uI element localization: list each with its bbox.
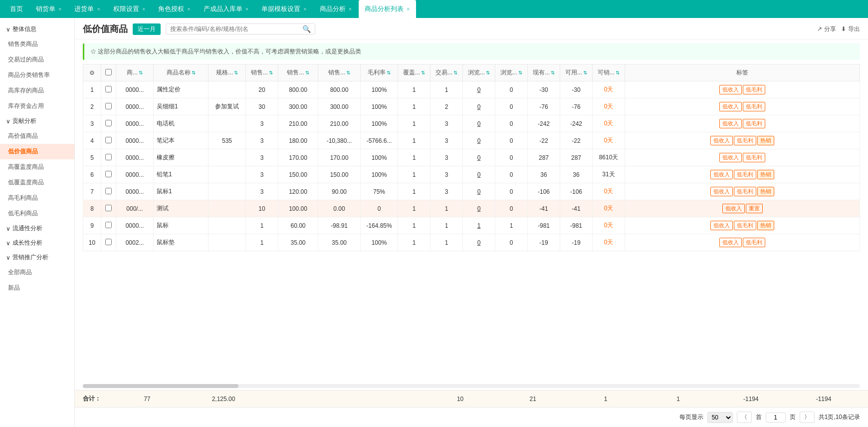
col-stock3-header[interactable]: 可销...⇅ — [593, 64, 625, 81]
row-col7: 300.00 — [278, 98, 318, 115]
col-settings[interactable]: ⚙ — [83, 64, 101, 81]
row-checkbox[interactable] — [101, 166, 116, 183]
view1-value[interactable]: 0 — [477, 137, 481, 144]
row-col12[interactable]: 0 — [463, 183, 495, 200]
page-size-select[interactable]: 50 100 200 — [707, 412, 733, 423]
sidebar-item-category-sales[interactable]: 商品分类销售率 — [0, 67, 74, 83]
view1-value[interactable]: 0 — [477, 120, 481, 127]
col-margin-header[interactable]: 毛利率⇅ — [361, 64, 398, 81]
sidebar-group-overall[interactable]: ∨ 整体信息 — [0, 22, 74, 36]
nav-permission[interactable]: 权限设置 × — [107, 0, 151, 18]
row-col8: 210.00 — [318, 115, 361, 132]
view1-value[interactable]: 0 — [477, 205, 481, 212]
row-code: 0000... — [116, 183, 154, 200]
row-col12[interactable]: 0 — [463, 166, 495, 183]
sidebar-item-sales-goods[interactable]: 销售类商品 — [0, 36, 74, 52]
row-tags: 低收入低毛利 — [625, 81, 860, 98]
row-col8: -10,380... — [318, 132, 361, 149]
row-col12[interactable]: 0 — [463, 98, 495, 115]
view1-value[interactable]: 0 — [477, 154, 481, 161]
row-checkbox[interactable] — [101, 149, 116, 166]
row-col6: 3 — [246, 166, 278, 183]
view1-value[interactable]: 0 — [477, 188, 481, 195]
sidebar-item-low-value[interactable]: 低价值商品 — [0, 144, 74, 159]
nav-goods-list[interactable]: 商品分析列表 × — [359, 0, 416, 18]
col-view1-header[interactable]: 浏览...⇅ — [463, 64, 495, 81]
sidebar-group-growth-label: 成长性分析 — [12, 239, 42, 247]
row-days: 0天 — [593, 81, 625, 98]
col-spec-header[interactable]: 规格...⇅ — [209, 64, 246, 81]
view1-value[interactable]: 0 — [477, 239, 481, 246]
row-checkbox[interactable] — [101, 200, 116, 217]
row-checkbox[interactable] — [101, 234, 116, 251]
row-checkbox[interactable] — [101, 132, 116, 149]
col-view2-header[interactable]: 浏览...⇅ — [495, 64, 528, 81]
col-trade-header[interactable]: 交易...⇅ — [431, 64, 463, 81]
sidebar-group-marketing[interactable]: ∨ 营销推广分析 — [0, 250, 74, 265]
share-button[interactable]: ↗ 分享 — [817, 25, 836, 33]
col-name-header[interactable]: 商品名称⇅ — [154, 64, 209, 81]
row-col12[interactable]: 0 — [463, 132, 495, 149]
alert-text: 这部分商品的销售收入大幅低于商品平均销售收入，价值不高，可考虑调整营销策略，或是… — [98, 48, 361, 55]
col-coverage-header[interactable]: 覆盖...⇅ — [398, 64, 431, 81]
sidebar-item-all-goods[interactable]: 全部商品 — [0, 265, 74, 280]
view1-value[interactable]: 0 — [477, 86, 481, 93]
row-col12[interactable]: 0 — [463, 149, 495, 166]
page-size-label: 每页显示 — [679, 413, 703, 422]
col-checkbox-all[interactable] — [101, 64, 116, 81]
nav-sales[interactable]: 销货单 × — [30, 0, 67, 18]
col-sales1-header[interactable]: 销售...⇅ — [246, 64, 278, 81]
view1-value[interactable]: 1 — [477, 222, 481, 229]
nav-home[interactable]: 首页 — [4, 0, 29, 18]
search-input[interactable] — [170, 25, 300, 32]
arrow-down-icon: ∨ — [6, 26, 10, 33]
scrollbar-thumb[interactable] — [83, 384, 238, 388]
sidebar-group-contribution[interactable]: ∨ 贡献分析 — [0, 114, 74, 128]
sidebar-item-traded[interactable]: 交易过的商品 — [0, 52, 74, 67]
view1-value[interactable]: 0 — [477, 171, 481, 178]
export-button[interactable]: ⬇ 导出 — [841, 25, 860, 33]
sidebar-group-growth[interactable]: ∨ 成长性分析 — [0, 236, 74, 250]
sidebar-item-new-goods[interactable]: 新品 — [0, 280, 74, 296]
row-col12[interactable]: 0 — [463, 115, 495, 132]
col-sales3-header[interactable]: 销售...⇅ — [318, 64, 361, 81]
horizontal-scrollbar[interactable] — [83, 384, 860, 388]
row-checkbox[interactable] — [101, 115, 116, 132]
page-number-input[interactable] — [766, 413, 786, 423]
nav-goods-analysis[interactable]: 商品分析 × — [314, 0, 358, 18]
col-sales2-header[interactable]: 销售...⇅ — [278, 64, 318, 81]
row-col12[interactable]: 0 — [463, 200, 495, 217]
footer-col14: -1194 — [735, 396, 767, 403]
sidebar-item-high-coverage[interactable]: 高覆盖度商品 — [0, 159, 74, 175]
sidebar-item-low-profit[interactable]: 低毛利商品 — [0, 206, 74, 221]
row-checkbox[interactable] — [101, 98, 116, 115]
sidebar-item-high-profit[interactable]: 高毛利商品 — [0, 190, 74, 206]
sidebar-item-high-stock[interactable]: 高库存的商品 — [0, 83, 74, 98]
col-code-header[interactable]: 商...⇅ — [116, 64, 154, 81]
row-no: 7 — [83, 183, 101, 200]
nav-purchase[interactable]: 进货单 × — [68, 0, 106, 18]
col-stock2-header[interactable]: 可用...⇅ — [560, 64, 593, 81]
row-col12[interactable]: 0 — [463, 234, 495, 251]
view1-value[interactable]: 0 — [477, 103, 481, 110]
sidebar-item-stock-capital[interactable]: 库存资金占用 — [0, 98, 74, 114]
row-checkbox[interactable] — [101, 217, 116, 234]
next-page-button[interactable]: 〉 — [800, 412, 815, 423]
sidebar-item-high-value[interactable]: 高价值商品 — [0, 128, 74, 144]
row-col6: 10 — [246, 200, 278, 217]
row-checkbox[interactable] — [101, 183, 116, 200]
row-checkbox[interactable] — [101, 81, 116, 98]
row-col12[interactable]: 0 — [463, 81, 495, 98]
row-col12[interactable]: 1 — [463, 217, 495, 234]
col-stock1-header[interactable]: 现有...⇅ — [528, 64, 560, 81]
sidebar-group-flow[interactable]: ∨ 流通性分析 — [0, 221, 74, 236]
nav-template[interactable]: 单据模板设置 × — [255, 0, 312, 18]
row-tags: 低收入低毛利 — [625, 98, 860, 115]
nav-role[interactable]: 角色授权 × — [152, 0, 196, 18]
first-page-button[interactable]: 〈 — [737, 412, 752, 423]
sidebar-item-low-coverage[interactable]: 低覆盖度商品 — [0, 175, 74, 190]
row-code: 0000... — [116, 217, 154, 234]
nav-product-in[interactable]: 产成品入库单 × — [198, 0, 254, 18]
row-col9: -164.85% — [361, 217, 398, 234]
period-button[interactable]: 近一月 — [133, 23, 161, 35]
